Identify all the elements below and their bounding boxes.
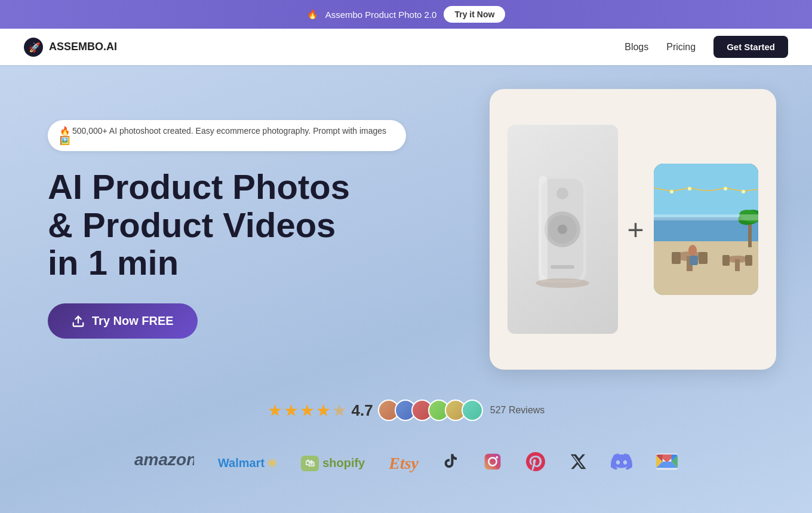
star-5: ★ (332, 401, 347, 420)
svg-rect-25 (722, 255, 730, 266)
svg-point-36 (496, 456, 498, 458)
brand-twitter-x (569, 453, 587, 474)
hero-cta-label: Try Now FREE (92, 314, 174, 328)
get-started-button[interactable]: Get Started (713, 36, 788, 58)
product-showcase-card: + (490, 89, 776, 370)
star-1: ★ (267, 401, 282, 420)
svg-rect-26 (745, 255, 752, 266)
star-2: ★ (284, 401, 299, 420)
social-proof-section: ★ ★ ★ ★ ★ 4.7 527 Reviews (0, 388, 812, 439)
svg-rect-23 (672, 252, 681, 264)
svg-point-30 (688, 245, 697, 256)
svg-rect-34 (485, 453, 501, 469)
svg-rect-22 (735, 259, 740, 271)
nav-link-blogs[interactable]: Blogs (625, 42, 648, 53)
gmail-icon (656, 453, 678, 470)
star-4: ★ (316, 401, 331, 420)
shopify-text: shopify (322, 456, 365, 470)
announcement-emoji: 🔥 (307, 9, 318, 20)
svg-point-16 (724, 187, 727, 191)
svg-rect-32 (654, 214, 758, 220)
hero-section: 🔥 500,000+ AI photoshoot created. Easy e… (0, 65, 812, 388)
hero-badge: 🔥 500,000+ AI photoshoot created. Easy e… (48, 120, 406, 151)
rating-score: 4.7 (352, 401, 373, 420)
plus-divider: + (628, 213, 644, 246)
hero-cta-button[interactable]: Try Now FREE (48, 303, 198, 339)
brand-pinterest (526, 452, 545, 475)
review-count: 527 Reviews (490, 405, 545, 416)
shopify-icon: 🛍 (301, 456, 319, 471)
svg-point-17 (670, 190, 673, 193)
announcement-try-button[interactable]: Try it Now (444, 6, 505, 23)
svg-text:🚀: 🚀 (29, 42, 41, 53)
walmart-text: Walmart (218, 456, 264, 470)
brand-logo[interactable]: 🚀 ASSEMBO.AI (24, 38, 117, 57)
rating-row: ★ ★ ★ ★ ★ 4.7 527 Reviews (0, 400, 812, 421)
star-3: ★ (300, 401, 315, 420)
speaker-svg (527, 164, 598, 295)
instagram-icon (483, 452, 502, 471)
star-rating: ★ ★ ★ ★ ★ (267, 401, 347, 420)
tiktok-icon (442, 453, 459, 469)
svg-point-7 (558, 225, 567, 234)
brand-amazon: amazon (134, 451, 194, 475)
brand-tiktok (442, 453, 459, 474)
announcement-text: Assembo Product Photo 2.0 (325, 10, 437, 20)
hero-badge-text: 🔥 500,000+ AI photoshoot created. Easy e… (60, 126, 386, 145)
etsy-text: Etsy (389, 454, 419, 472)
brand-instagram (483, 452, 502, 475)
navbar: 🚀 ASSEMBO.AI Blogs Pricing Get Started (0, 29, 812, 65)
svg-rect-10 (539, 176, 548, 283)
brands-row: amazon Walmart ✳ 🛍 shopify Etsy (0, 439, 812, 493)
restaurant-scene-svg (654, 164, 758, 295)
amazon-logo: amazon (134, 451, 194, 471)
svg-point-15 (688, 187, 691, 191)
svg-point-11 (536, 278, 589, 288)
announcement-bar: 🔥 Assembo Product Photo 2.0 Try it Now (0, 0, 812, 29)
brand-walmart: Walmart ✳ (218, 456, 277, 471)
nav-links: Blogs Pricing Get Started (625, 36, 788, 58)
background-scene-image (654, 164, 758, 295)
svg-point-18 (742, 190, 745, 193)
svg-text:amazon: amazon (134, 451, 194, 469)
walmart-star: ✳ (267, 456, 277, 471)
hero-title: AI Product Photos & Product Videos in 1 … (48, 168, 406, 282)
brand-shopify: 🛍 shopify (301, 456, 365, 471)
brand-gmail (656, 453, 678, 474)
svg-rect-31 (690, 256, 698, 265)
svg-rect-14 (654, 241, 758, 295)
svg-rect-24 (699, 252, 708, 264)
svg-rect-9 (550, 265, 574, 269)
discord-icon (611, 453, 632, 470)
brand-name: ASSEMBO.AI (49, 41, 117, 53)
upload-icon (72, 315, 85, 328)
hero-right-card: + (490, 89, 776, 370)
x-twitter-icon (569, 453, 587, 471)
hero-left-content: 🔥 500,000+ AI photoshoot created. Easy e… (48, 120, 406, 339)
nav-link-pricing[interactable]: Pricing (666, 42, 696, 53)
avatar-6 (462, 400, 483, 421)
product-speaker-image (508, 125, 618, 334)
brand-etsy: Etsy (389, 454, 419, 473)
svg-point-8 (556, 188, 568, 199)
assembo-logo-icon: 🚀 (24, 38, 43, 57)
reviewer-avatars (378, 400, 483, 421)
brand-discord (611, 453, 632, 474)
pinterest-icon (526, 452, 545, 471)
